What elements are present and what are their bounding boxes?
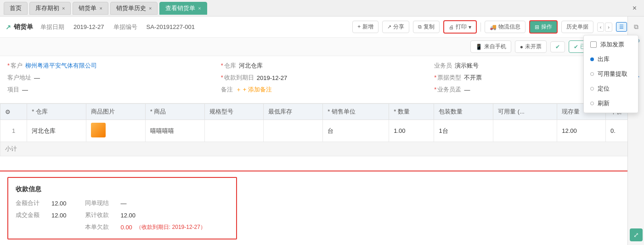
dropdown-available-pickup[interactable]: 可用量提取 — [584, 67, 638, 81]
invoice-type-value: 不开票 — [464, 74, 482, 82]
due-note: （收款到期日: 2019-12-27） — [136, 223, 206, 231]
tab-bar: 首页 库存期初 × 销货单 × 销货单历史 × 查看销货单 × × — [0, 0, 644, 17]
copy-icon: ⧉ — [418, 24, 422, 30]
note-field: 备注 ＋ + 添加备注 — [221, 85, 424, 94]
verified-icon-btn[interactable]: ✔ — [550, 41, 565, 52]
copy-button[interactable]: ⧉ 复制 — [413, 21, 440, 33]
circle-icon: ● — [520, 44, 523, 50]
transaction-label: 成交金额 — [16, 211, 48, 219]
tab-view-sales[interactable]: 查看销货单 × — [159, 2, 207, 15]
doc-date-label: 单据日期 — [40, 23, 64, 31]
col-available: 可用量 (... — [493, 104, 557, 120]
table-row: 1 河北仓库 嘻嘻嘻嘻 台 1.00 1台 12.00 0. — [0, 120, 644, 142]
col-settings: ⚙ — [0, 104, 27, 120]
checkbox-icon — [590, 41, 597, 48]
payment-date-field: *收款到期日 2019-12-27 — [221, 74, 424, 82]
current-due-row: 本单欠款 0.00 （收款到期日: 2019-12-27） — [85, 223, 206, 231]
table-section: ⚙ * 仓库 商品图片 * 商品 规格型号 最低库存 * 销售单位 * 数量 包… — [0, 103, 644, 171]
tab-close-history[interactable]: × — [149, 6, 152, 11]
dropdown-locate[interactable]: 定位 — [584, 81, 638, 96]
amount-total-value: 12.00 — [51, 200, 67, 207]
payment-info: 收款信息 金额合计 12.00 成交金额 12.00 同单现结 — — [7, 177, 237, 239]
bottom-panel: 收款信息 金额合计 12.00 成交金额 12.00 同单现结 — — [0, 171, 644, 245]
cumulative-receipt-row: 累计收款 12.00 — [85, 211, 206, 219]
row-no: 1 — [0, 120, 27, 142]
transaction-value: 12.00 — [51, 212, 67, 219]
dot-empty-icon — [590, 72, 594, 76]
not-open-button[interactable]: ● 未开票 — [515, 40, 547, 53]
tab-close-view[interactable]: × — [198, 6, 201, 11]
print-button-wrap: 🖨 打印 ▾ — [443, 20, 477, 34]
customer-value[interactable]: 柳州粤港平安气体有限公司 — [25, 62, 97, 70]
warehouse-field: *仓库 河北仓库 — [221, 62, 424, 70]
payment-col-right: 同单现结 — 累计收款 12.00 本单欠款 0.00 （收款到期日: 2019… — [85, 199, 206, 231]
dropdown-outbound[interactable]: 出库 — [584, 52, 638, 67]
tab-close-sales[interactable]: × — [99, 6, 102, 11]
project-value: — — [22, 86, 28, 93]
doc-type-icon: ↗ — [6, 23, 11, 31]
row-product-img — [86, 120, 146, 142]
history-button[interactable]: 历史单据 — [561, 21, 593, 33]
cumulative-value: 12.00 — [121, 212, 136, 219]
doc-meta: 单据日期 2019-12-27 单据编号 SA-20191227-001 — [40, 23, 195, 31]
tab-sales-order[interactable]: 销货单 × — [73, 2, 108, 15]
col-model: 规格型号 — [204, 104, 264, 120]
list-view-button[interactable]: ☰ — [616, 22, 627, 32]
dot-blue-icon — [590, 57, 594, 61]
col-product: * 商品 — [145, 104, 204, 120]
row-product: 嘻嘻嘻嘻 — [145, 120, 204, 142]
tab-home[interactable]: 首页 — [4, 2, 28, 15]
current-due-value: 0.00 — [121, 224, 132, 231]
amount-total-row: 金额合计 12.00 — [16, 199, 67, 207]
print-icon: 🖨 — [449, 24, 454, 30]
operations-dropdown: 添加发票 出库 可用量提取 定位 — [583, 35, 638, 113]
operations-button[interactable]: ⊞ 操作 添加发票 出库 可用量提取 — [529, 20, 558, 34]
toolbar: + 新增 ↗ 分享 ⧉ 复制 🖨 打印 ▾ 🚚 物流信息 — [352, 20, 638, 34]
toolbar-sep — [480, 23, 481, 32]
action-bar: 📱 来自手机 ● 未开票 ✔ ✔ 已核销 ✔ 已生效 — [0, 38, 644, 56]
dropdown-refresh[interactable]: 刷新 — [584, 96, 638, 111]
prev-button[interactable]: ‹ — [597, 23, 604, 32]
sidebar-copy-icon[interactable]: ⧉ — [630, 20, 643, 33]
main-content: ↗ 销货单 单据日期 2019-12-27 单据编号 SA-20191227-0… — [0, 17, 644, 245]
col-warehouse: * 仓库 — [27, 104, 86, 120]
from-phone-button[interactable]: 📱 来自手机 — [470, 40, 511, 53]
row-unit: 台 — [323, 120, 389, 142]
doc-type-label: 销货单 — [14, 23, 33, 31]
cumulative-label: 累计收款 — [85, 211, 117, 219]
form-section: *客户 柳州粤港平安气体有限公司 *仓库 河北仓库 业务员 演示账号 客户地址 … — [0, 56, 644, 103]
next-button[interactable]: › — [605, 23, 612, 32]
operations-icon: ⊞ — [535, 24, 539, 30]
logistics-button[interactable]: 🚚 物流信息 — [485, 21, 525, 33]
share-button[interactable]: ↗ 分享 — [382, 21, 409, 33]
payment-col-left: 金额合计 12.00 成交金额 12.00 — [16, 199, 67, 231]
doc-header: ↗ 销货单 单据日期 2019-12-27 单据编号 SA-20191227-0… — [0, 17, 644, 38]
window-close-button[interactable]: × — [629, 4, 640, 12]
same-order-row: 同单现结 — — [85, 199, 206, 207]
salesperson-value: — — [464, 86, 470, 93]
customer-field: *客户 柳州粤港平安气体有限公司 — [7, 62, 210, 70]
address-field: 客户地址 — — [7, 74, 210, 82]
new-button[interactable]: + 新增 — [352, 21, 378, 33]
form-row-1: *客户 柳州粤港平安气体有限公司 *仓库 河北仓库 业务员 演示账号 — [7, 62, 637, 70]
row-quantity: 1.00 — [389, 120, 434, 142]
subtotal-label: 小计 — [0, 142, 644, 156]
print-button[interactable]: 🖨 打印 ▾ — [443, 20, 477, 34]
data-table: ⚙ * 仓库 商品图片 * 商品 规格型号 最低库存 * 销售单位 * 数量 包… — [0, 103, 644, 156]
sidebar-expand-icon[interactable]: ⤢ — [630, 228, 643, 241]
payment-date-value: 2019-12-27 — [257, 74, 288, 81]
tab-sales-history[interactable]: 销货单历史 × — [110, 2, 158, 15]
phone-icon: 📱 — [475, 44, 482, 50]
same-order-value: — — [121, 200, 127, 207]
same-order-label: 同单现结 — [85, 199, 117, 207]
tab-inventory-init[interactable]: 库存期初 × — [29, 2, 71, 15]
add-note-button[interactable]: ＋ + 添加备注 — [236, 85, 272, 94]
dot-empty-icon2 — [590, 87, 594, 91]
print-dropdown-icon: ▾ — [469, 24, 471, 30]
share-icon: ↗ — [387, 24, 391, 30]
dot-empty-icon3 — [590, 102, 594, 105]
tab-close-inventory[interactable]: × — [62, 6, 65, 11]
dropdown-add-invoice[interactable]: 添加发票 — [584, 37, 638, 52]
doc-date-value: 2019-12-27 — [73, 23, 104, 30]
row-available — [493, 120, 557, 142]
